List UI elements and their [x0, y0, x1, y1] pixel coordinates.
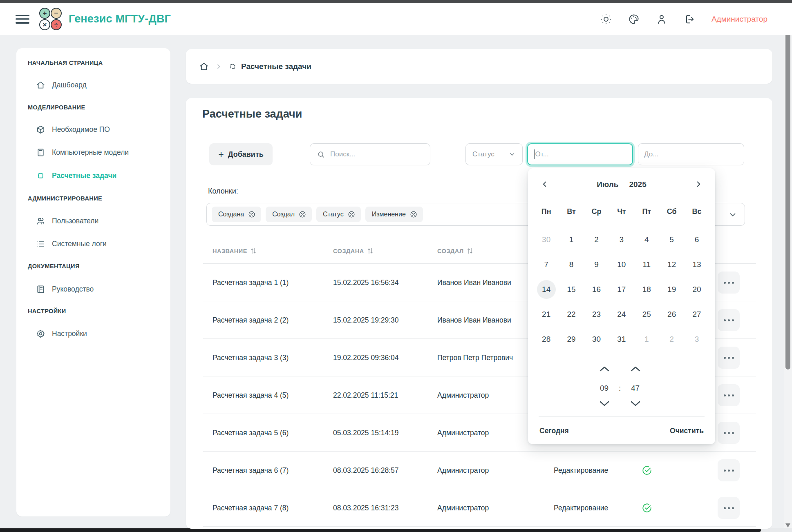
cell-created: 08.03.2025 16:28:57 [333, 452, 399, 489]
column-header-created[interactable]: СОЗДАНА [333, 247, 374, 254]
hours-value[interactable]: 09 [600, 384, 609, 393]
menu-toggle-button[interactable] [16, 15, 29, 24]
calendar-day[interactable]: 1 [559, 227, 584, 252]
remove-chip-icon[interactable] [409, 210, 418, 218]
calendar-day[interactable]: 30 [534, 227, 559, 252]
logo-divide-circle: ÷ [51, 19, 62, 30]
row-actions-button[interactable] [718, 309, 740, 331]
cell-created: 19.02.2025 09:36:04 [333, 339, 399, 376]
calendar-day[interactable]: 8 [559, 252, 584, 277]
table-row[interactable]: Расчетная задача 7 (8) 08.03.2025 16:31:… [186, 489, 772, 527]
column-header-creator[interactable]: СОЗДАЛ [437, 247, 473, 254]
calendar-day[interactable]: 26 [659, 302, 684, 327]
sidebar-item-system-logs[interactable]: Системные логи [36, 238, 107, 250]
row-actions-button[interactable] [718, 459, 740, 481]
date-from-input[interactable]: От... [527, 143, 633, 165]
calendar-day[interactable]: 14 [534, 277, 559, 302]
calendar-day[interactable]: 11 [634, 252, 659, 277]
remove-chip-icon[interactable] [248, 210, 256, 218]
calendar-day[interactable]: 9 [584, 252, 609, 277]
row-actions-button[interactable] [718, 497, 740, 519]
app-window: + − × ÷ Генезис МГТУ-ДВГ [0, 0, 792, 532]
calendar-day[interactable]: 12 [659, 252, 684, 277]
minutes-down-icon[interactable] [629, 400, 642, 407]
calendar-day[interactable]: 2 [659, 327, 684, 352]
breadcrumb-home-icon[interactable] [199, 62, 209, 71]
logout-icon[interactable] [684, 13, 695, 25]
status-filter-select[interactable]: Статус [465, 143, 523, 165]
column-header-name[interactable]: НАЗВАНИЕ [213, 247, 257, 254]
column-chip-created[interactable]: Создана [212, 207, 261, 222]
row-actions-button[interactable] [718, 347, 740, 369]
calendar-day[interactable]: 18 [634, 277, 659, 302]
calendar-day[interactable]: 28 [534, 327, 559, 352]
breadcrumb-current[interactable]: Расчетные задачи [228, 62, 311, 71]
calendar-year-label[interactable]: 2025 [629, 180, 646, 189]
column-chip-status[interactable]: Статус [316, 207, 361, 222]
prev-month-icon[interactable] [540, 179, 549, 189]
row-actions-button[interactable] [718, 422, 740, 444]
calendar-day[interactable]: 19 [659, 277, 684, 302]
calendar-day[interactable]: 27 [684, 302, 709, 327]
calendar-day[interactable]: 16 [584, 277, 609, 302]
user-role-label[interactable]: Администратор [711, 15, 767, 24]
calendar-day[interactable]: 31 [609, 327, 634, 352]
theme-sun-icon[interactable] [600, 13, 612, 25]
horizontal-scrollbar-thumb[interactable] [0, 528, 761, 532]
vertical-scrollbar-thumb[interactable] [785, 20, 790, 370]
calendar-day[interactable]: 29 [559, 327, 584, 352]
calendar-day[interactable]: 2 [584, 227, 609, 252]
minutes-value[interactable]: 47 [631, 384, 640, 393]
calendar-day[interactable]: 3 [684, 327, 709, 352]
calendar-day[interactable]: 6 [684, 227, 709, 252]
today-button[interactable]: Сегодня [539, 427, 569, 435]
remove-chip-icon[interactable] [347, 210, 356, 218]
calendar-day[interactable]: 24 [609, 302, 634, 327]
sidebar-item-calculation-tasks[interactable]: Расчетные задачи [36, 169, 116, 182]
calendar-day[interactable]: 7 [534, 252, 559, 277]
row-actions-button[interactable] [718, 272, 740, 294]
sidebar-item-dashboard[interactable]: Дашбоард [36, 79, 87, 91]
scroll-down-arrow[interactable] [785, 523, 790, 528]
add-button[interactable]: + Добавить [209, 143, 273, 165]
calendar-day[interactable]: 15 [559, 277, 584, 302]
calendar-day[interactable]: 5 [659, 227, 684, 252]
calendar-day[interactable]: 1 [634, 327, 659, 352]
calendar-day[interactable]: 3 [609, 227, 634, 252]
calendar-day[interactable]: 17 [609, 277, 634, 302]
sidebar-item-users[interactable]: Пользователи [36, 215, 98, 227]
calendar-day[interactable]: 21 [534, 302, 559, 327]
hours-up-icon[interactable] [598, 365, 611, 372]
sidebar-item-software[interactable]: Необходимое ПО [36, 123, 110, 136]
calendar-month-label[interactable]: Июль [597, 180, 618, 189]
sidebar-item-settings[interactable]: Настройки [36, 327, 87, 340]
search-input[interactable]: Поиск... [310, 143, 430, 165]
palette-icon[interactable] [628, 13, 640, 25]
calendar-day[interactable]: 4 [634, 227, 659, 252]
row-actions-button[interactable] [718, 384, 740, 406]
column-chip-creator[interactable]: Создал [266, 207, 312, 222]
table-row[interactable]: Расчетная задача 6 (7) 08.03.2025 16:28:… [186, 452, 772, 489]
minutes-up-icon[interactable] [629, 365, 642, 372]
clear-button[interactable]: Очистить [670, 427, 704, 435]
calendar-day[interactable]: 20 [684, 277, 709, 302]
calendar-day[interactable]: 10 [609, 252, 634, 277]
next-month-icon[interactable] [694, 179, 703, 189]
user-profile-icon[interactable] [656, 13, 667, 25]
sidebar-item-computer-models[interactable]: Компьютерные модели [36, 146, 129, 158]
chevron-down-icon [508, 151, 516, 158]
remove-chip-icon[interactable] [298, 210, 307, 218]
chevron-down-icon[interactable] [728, 210, 737, 219]
calendar-day[interactable]: 22 [559, 302, 584, 327]
sort-icon[interactable] [467, 247, 473, 254]
sort-icon[interactable] [250, 247, 257, 254]
sidebar-item-manual[interactable]: Руководство [36, 283, 94, 295]
column-chip-modified[interactable]: Изменение [365, 207, 423, 222]
calendar-day[interactable]: 23 [584, 302, 609, 327]
sort-icon[interactable] [367, 247, 374, 254]
calendar-day[interactable]: 25 [634, 302, 659, 327]
hours-down-icon[interactable] [598, 400, 611, 407]
date-to-input[interactable]: До... [638, 143, 744, 165]
calendar-day[interactable]: 30 [584, 327, 609, 352]
calendar-day[interactable]: 13 [684, 252, 709, 277]
